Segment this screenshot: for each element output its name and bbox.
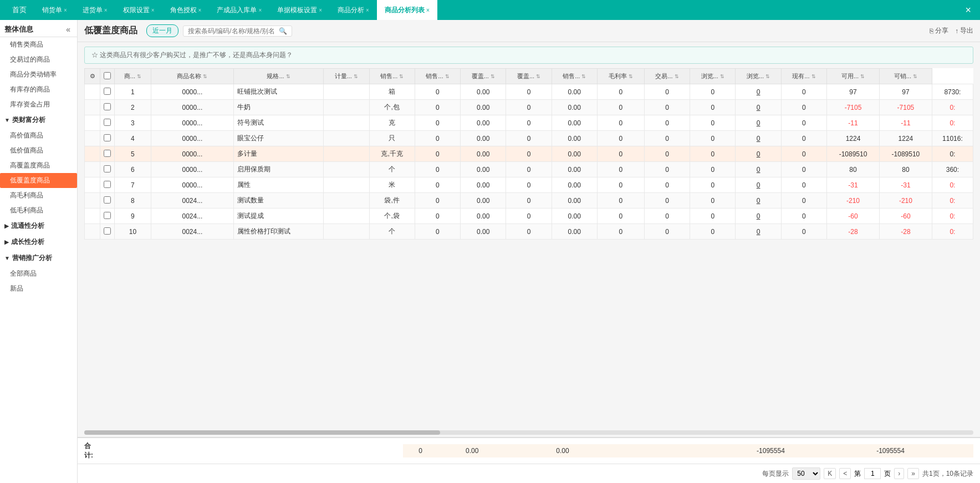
row-checkbox-cell[interactable] [100,146,115,162]
row-browse1[interactable]: 0 [736,162,781,177]
col-sales-qty[interactable]: 销售... ⇅ [369,69,415,84]
row-browse1[interactable]: 0 [736,115,781,131]
row-checkbox-cell[interactable] [100,100,115,115]
row-checkbox-cell[interactable] [100,162,115,177]
date-filter-button[interactable]: 近一月 [146,24,178,37]
row-browse1[interactable]: 0 [736,209,781,224]
nav-close-roles[interactable]: × [198,7,202,13]
last-page-button[interactable]: » [907,468,919,479]
sidebar-section-growth[interactable]: ▶ 成长性分析 [0,234,77,250]
col-current[interactable]: 现有... ⇅ [781,69,826,84]
sidebar-item-high-value[interactable]: 高价值商品 [0,128,77,143]
row-checkbox-cell[interactable] [100,131,115,146]
col-spec[interactable]: 规格... ⇅ [233,69,323,84]
row-checkbox-cell[interactable] [100,177,115,193]
row-checkbox[interactable] [104,103,111,110]
sidebar-item-low-value[interactable]: 低价值商品 [0,143,77,158]
row-checkbox-cell[interactable] [100,193,115,209]
nav-home[interactable]: 首页 [4,0,34,20]
row-checkbox-cell[interactable] [100,209,115,224]
sidebar-item-low-profit[interactable]: 低毛利商品 [0,203,77,218]
nav-permissions[interactable]: 权限设置 × [115,0,162,20]
prev-page-button[interactable]: < [839,468,851,479]
sidebar-section-wealth[interactable]: ▼ 类财富分析 [0,112,77,128]
row-checkbox-cell[interactable] [100,115,115,131]
select-all-checkbox[interactable] [104,72,111,79]
nav-close-product-warehouse[interactable]: × [258,7,262,13]
sidebar-section-liquidity[interactable]: ▶ 流通性分析 [0,218,77,234]
col-name[interactable]: 商品名称 ⇅ [151,69,233,84]
row-checkbox[interactable] [104,181,111,188]
nav-close-product-analysis-list[interactable]: × [426,7,430,13]
share-button[interactable]: ⎘ 分享 [930,26,948,35]
nav-product-analysis-list[interactable]: 商品分析列表 × [377,0,437,20]
sidebar-item-new-products[interactable]: 新品 [0,281,77,296]
sidebar-item-low-coverage[interactable]: 低覆盖度商品 [0,173,77,188]
horizontal-scrollbar[interactable] [84,430,973,435]
row-browse1[interactable]: 0 [736,84,781,100]
col-gear[interactable]: ⚙ [85,69,100,84]
row-browse1[interactable]: 0 [736,131,781,146]
row-browse1[interactable]: 0 [736,193,781,209]
col-checkbox-header[interactable] [100,69,115,84]
row-checkbox[interactable] [104,88,111,95]
nav-close-purchase[interactable]: × [104,7,108,13]
sidebar-item-traded[interactable]: 交易过的商品 [0,52,77,67]
sidebar-section-marketing[interactable]: ▼ 营销推广分析 [0,250,77,266]
col-sales-amt[interactable]: 销售... ⇅ [415,69,460,84]
row-checkbox[interactable] [104,150,111,157]
sidebar-item-all-products[interactable]: 全部商品 [0,266,77,281]
row-checkbox[interactable] [104,134,111,141]
nav-close-product-analysis[interactable]: × [366,7,369,13]
col-gross[interactable]: 毛利率 ⇅ [597,69,644,84]
sidebar-item-category-rate[interactable]: 商品分类动销率 [0,67,77,82]
export-button[interactable]: ↑ 导出 [955,26,973,35]
row-checkbox[interactable] [104,227,111,235]
sidebar-item-sales-products[interactable]: 销售类商品 [0,37,77,52]
nav-close-permissions[interactable]: × [151,7,155,13]
col-cover1[interactable]: 覆盖... ⇅ [461,69,506,84]
nav-template[interactable]: 单据模板设置 × [269,0,330,20]
nav-product-analysis[interactable]: 商品分析 × [330,0,377,20]
row-browse1[interactable]: 0 [736,100,781,115]
nav-close-sales[interactable]: × [64,7,67,13]
col-unit[interactable]: 计量... ⇅ [324,69,369,84]
first-page-button[interactable]: K [824,468,836,479]
col-saleable[interactable]: 可销... ⇅ [879,69,932,84]
sidebar-item-high-coverage[interactable]: 高覆盖度商品 [0,158,77,173]
col-trade[interactable]: 交易... ⇅ [644,69,690,84]
row-checkbox[interactable] [104,165,111,172]
window-close-button[interactable]: × [961,4,976,16]
col-browse2[interactable]: 浏览... ⇅ [736,69,781,84]
row-sales3: 0 [597,193,644,209]
nav-sales[interactable]: 销货单 × [34,0,75,20]
col-cover2[interactable]: 覆盖... ⇅ [506,69,552,84]
nav-purchase[interactable]: 进货单 × [75,0,115,20]
row-browse1[interactable]: 0 [736,177,781,193]
sidebar-collapse-button[interactable]: « [66,25,70,34]
nav-product-warehouse[interactable]: 产成品入库单 × [209,0,269,20]
row-trade: 0 [690,209,736,224]
scrollbar-thumb[interactable] [84,430,440,435]
search-icon[interactable]: 🔍 [279,27,287,35]
page-size-select[interactable]: 50 100 200 [792,467,820,480]
col-code[interactable]: 商... ⇅ [115,69,151,84]
search-input[interactable] [188,27,277,35]
row-checkbox[interactable] [104,212,111,219]
sidebar-item-high-profit[interactable]: 高毛利商品 [0,188,77,203]
sidebar-item-inventory-value[interactable]: 库存资金占用 [0,97,77,112]
row-checkbox[interactable] [104,119,111,126]
next-page-button[interactable]: › [894,468,904,479]
row-checkbox[interactable] [104,196,111,204]
row-checkbox-cell[interactable] [100,224,115,240]
col-sales3[interactable]: 销售... ⇅ [552,69,597,84]
nav-roles[interactable]: 角色授权 × [162,0,210,20]
col-available[interactable]: 可用... ⇅ [827,69,880,84]
sidebar-item-in-stock[interactable]: 有库存的商品 [0,82,77,97]
nav-close-template[interactable]: × [319,7,322,13]
row-browse1[interactable]: 0 [736,146,781,162]
col-browse1[interactable]: 浏览... ⇅ [690,69,736,84]
row-checkbox-cell[interactable] [100,84,115,100]
page-number-input[interactable] [864,468,881,479]
row-browse1[interactable]: 0 [736,224,781,240]
